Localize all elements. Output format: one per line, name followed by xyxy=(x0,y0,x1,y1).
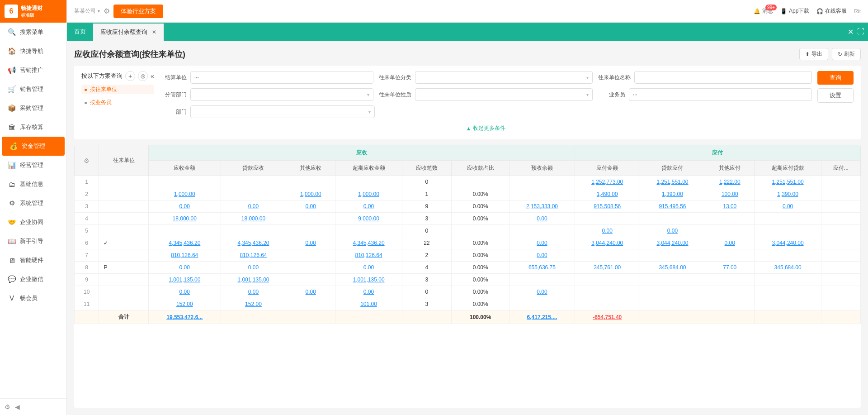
sidebar-settings-btn[interactable]: ⚙ xyxy=(5,403,10,410)
sidebar-item-collab[interactable]: 🤝 企业协同 xyxy=(0,213,66,232)
row-prepay[interactable]: 0.00 xyxy=(509,286,575,298)
row-ar_amt[interactable]: 0.00 xyxy=(148,200,221,213)
row-ar_amt[interactable]: 0.00 xyxy=(148,286,221,298)
row-prepay[interactable]: 2,153,333.00 xyxy=(509,200,575,213)
row-ar_amt[interactable]: 4,345,436.20 xyxy=(148,237,221,249)
sidebar-item-search[interactable]: 🔍 搜索菜单 xyxy=(0,23,66,42)
sidebar-item-wechat[interactable]: 💬 企业微信 xyxy=(0,270,66,289)
sidebar-item-hardware[interactable]: 🖥 智能硬件 xyxy=(0,251,66,270)
sidebar-item-system[interactable]: ⚙ 系统管理 xyxy=(0,194,66,213)
row-ap_overdue[interactable]: 345,684.00 xyxy=(755,262,821,274)
sidebar-item-basic[interactable]: 🗂 基础信息 xyxy=(0,175,66,194)
row-ar_loan[interactable]: 1,001,135.00 xyxy=(221,274,286,286)
tab-close-icon[interactable]: ✕ xyxy=(152,29,156,35)
row-ap_loan[interactable]: 915,495.56 xyxy=(640,200,705,213)
refresh-button[interactable]: ↻ 刷新 xyxy=(832,48,861,60)
employee-input[interactable]: ··· xyxy=(629,88,812,101)
filter-scheme-by-employee[interactable]: ● 按业务员 xyxy=(81,98,154,107)
table-settings-icon[interactable]: ⚙ xyxy=(84,157,90,164)
total-ap-amt[interactable]: -654,751.40 xyxy=(575,310,640,324)
row-ar_amt[interactable]: 1,001,135.00 xyxy=(148,274,221,286)
filter-left-collapse-btn[interactable]: « xyxy=(151,72,154,80)
row-ap_amt[interactable]: 3,044,240.00 xyxy=(575,237,640,249)
row-ap_other[interactable]: 0.00 xyxy=(705,237,755,249)
sidebar-item-member[interactable]: Ⅴ 畅会员 xyxy=(0,289,66,308)
message-button[interactable]: 🔔 消息 99+ xyxy=(754,7,773,15)
unit-nature-input[interactable]: ▾ xyxy=(415,88,593,101)
row-ar_overdue[interactable]: 4,345,436.20 xyxy=(335,237,402,249)
row-ar_loan[interactable]: 4,345,436.20 xyxy=(221,237,286,249)
row-ar_other[interactable]: 0.00 xyxy=(286,237,335,249)
sidebar-item-quick-nav[interactable]: 🏠 快捷导航 xyxy=(0,42,66,61)
row-ar_loan[interactable]: 810,126.64 xyxy=(221,249,286,262)
filter-scheme-by-unit[interactable]: ● 按往来单位 xyxy=(81,85,154,94)
topbar-gear-icon[interactable]: ⚙ xyxy=(104,7,110,15)
tab-expand-icon[interactable]: ⛶ xyxy=(857,28,864,36)
settlement-unit-input[interactable]: ··· xyxy=(190,71,373,84)
row-prepay[interactable]: 0.00 xyxy=(509,249,575,262)
row-ar_loan[interactable]: 152.00 xyxy=(221,298,286,310)
row-ar_overdue[interactable]: 101.00 xyxy=(335,298,402,310)
row-ap_other[interactable]: 1,222.00 xyxy=(705,176,755,188)
row-ap_loan[interactable]: 345,684.00 xyxy=(640,262,705,274)
sidebar-item-guide[interactable]: 📖 新手引导 xyxy=(0,232,66,251)
tab-ar-ap[interactable]: 应收应付余额查询 ✕ xyxy=(93,23,164,41)
row-ar_overdue[interactable]: 0.00 xyxy=(335,262,402,274)
trial-button[interactable]: 体验行业方案 xyxy=(113,5,163,18)
filter-target-button[interactable]: ◎ xyxy=(138,71,148,81)
row-ar_amt[interactable]: 810,126.64 xyxy=(148,249,221,262)
row-ar_overdue[interactable]: 0.00 xyxy=(335,200,402,213)
sidebar-item-purchase[interactable]: 📦 采购管理 xyxy=(0,99,66,118)
row-prepay[interactable]: 655,636.75 xyxy=(509,262,575,274)
row-ap_amt[interactable]: 0.00 xyxy=(575,225,640,237)
row-ar_overdue[interactable]: 9,000.00 xyxy=(335,213,402,225)
sidebar-item-inventory[interactable]: 🏛 库存核算 xyxy=(0,118,66,137)
row-ar_loan[interactable]: 0.00 xyxy=(221,200,286,213)
row-ap_other[interactable]: 100.00 xyxy=(705,188,755,200)
tab-home[interactable]: 首页 xyxy=(67,23,93,41)
row-ap_amt[interactable]: 1,490.00 xyxy=(575,188,640,200)
query-button[interactable]: 查询 xyxy=(817,71,854,85)
subdept-input[interactable]: ▾ xyxy=(190,105,375,118)
row-ar_amt[interactable]: 1,000.00 xyxy=(148,188,221,200)
total-prepay[interactable]: 6,417,215.... xyxy=(509,310,575,324)
row-ar_other[interactable]: 0.00 xyxy=(286,286,335,298)
row-ap_loan[interactable]: 0.00 xyxy=(640,225,705,237)
row-ap_other[interactable]: 77.00 xyxy=(705,262,755,274)
sidebar-item-operation[interactable]: 📊 经营管理 xyxy=(0,156,66,175)
row-ap_loan[interactable]: 1,390.00 xyxy=(640,188,705,200)
topbar-company[interactable]: 某某公司 ▾ xyxy=(74,7,100,15)
row-ap_loan[interactable]: 1,251,551.00 xyxy=(640,176,705,188)
row-ap_amt[interactable]: 345,761.00 xyxy=(575,262,640,274)
row-ar_loan[interactable]: 18,000.00 xyxy=(221,213,286,225)
filter-collapse-btn[interactable]: ▲ 收起更多条件 xyxy=(160,123,812,134)
row-ar_other[interactable]: 1,000.00 xyxy=(286,188,335,200)
row-ap_amt[interactable]: 915,508.56 xyxy=(575,200,640,213)
tab-close-all-icon[interactable]: ✕ xyxy=(848,28,854,36)
row-ar_amt[interactable]: 0.00 xyxy=(148,262,221,274)
row-ap_overdue[interactable]: 1,390.00 xyxy=(755,188,821,200)
unit-category-input[interactable]: ▾ xyxy=(415,71,593,84)
row-ap_loan[interactable]: 3,044,240.00 xyxy=(640,237,705,249)
unit-name-input[interactable] xyxy=(634,71,812,84)
row-ap_overdue[interactable]: 1,251,551.00 xyxy=(755,176,821,188)
sidebar-item-marketing[interactable]: 📢 营销推广 xyxy=(0,61,66,80)
sidebar-item-sales[interactable]: 🛒 销售管理 xyxy=(0,80,66,99)
row-ar_overdue[interactable]: 810,126.64 xyxy=(335,249,402,262)
row-ar_amt[interactable]: 152.00 xyxy=(148,298,221,310)
total-ar-amt[interactable]: 19,553,472,6... xyxy=(148,310,221,324)
row-ar_other[interactable]: 0.00 xyxy=(286,200,335,213)
row-prepay[interactable]: 0.00 xyxy=(509,237,575,249)
filter-add-button[interactable]: + xyxy=(125,71,135,81)
row-prepay[interactable]: 0.00 xyxy=(509,213,575,225)
app-download-button[interactable]: 📱 App下载 xyxy=(780,7,809,15)
online-service-button[interactable]: 🎧 在线客服 xyxy=(816,7,847,15)
row-ar_loan[interactable]: 0.00 xyxy=(221,262,286,274)
row-ap_amt[interactable]: 1,252,773.00 xyxy=(575,176,640,188)
row-ar_overdue[interactable]: 1,001,135.00 xyxy=(335,274,402,286)
row-ap_overdue[interactable]: 0.00 xyxy=(755,200,821,213)
sidebar-collapse-btn[interactable]: ◀ xyxy=(15,403,20,410)
setting-button[interactable]: 设置 xyxy=(817,88,854,103)
row-ar_loan[interactable]: 0.00 xyxy=(221,286,286,298)
row-ar_amt[interactable]: 18,000.00 xyxy=(148,213,221,225)
